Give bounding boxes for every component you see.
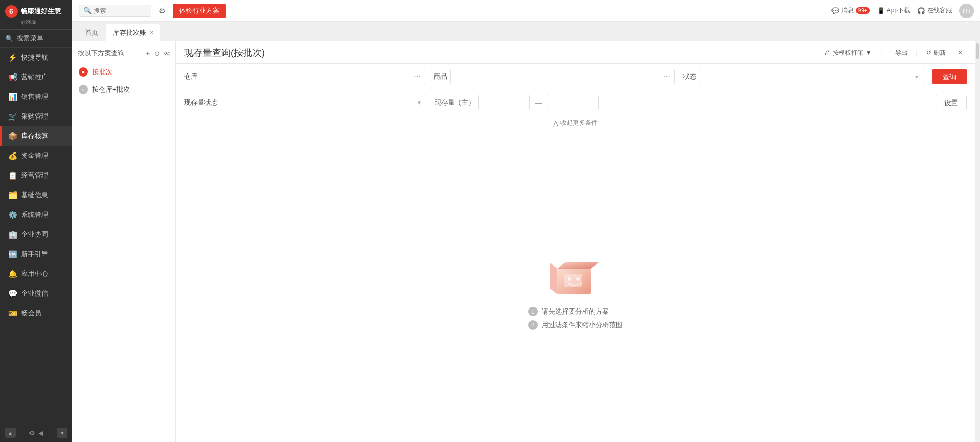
tip-num-1: 1 bbox=[528, 307, 538, 316]
wechat-label: 企业微信 bbox=[21, 289, 48, 298]
finance-label: 资金管理 bbox=[21, 151, 48, 160]
left-panel: 按以下方案查询 ＋ ⊙ ≪ ● 按批次 ○ 按仓库+批次 bbox=[72, 41, 176, 442]
warehouse-input[interactable]: ··· bbox=[201, 69, 425, 84]
sidebar-item-shortcuts[interactable]: ⚡ 快捷导航 bbox=[0, 48, 72, 67]
collapse-label: 收起更多条件 bbox=[560, 119, 598, 127]
empty-icon bbox=[550, 247, 601, 299]
footer-icons: ⚙ ◀ bbox=[29, 429, 43, 437]
sidebar-item-members[interactable]: 🎫 畅会员 bbox=[0, 303, 72, 323]
search-icon: 🔍 bbox=[5, 35, 13, 42]
scroll-up-btn[interactable]: ▲ bbox=[5, 428, 16, 438]
svg-point-5 bbox=[576, 277, 580, 281]
inventory-icon: 📦 bbox=[8, 131, 17, 141]
header-gear-btn[interactable]: ⚙ bbox=[155, 4, 169, 18]
messages-btn[interactable]: 💬 消息 99+ bbox=[831, 6, 870, 15]
members-label: 畅会员 bbox=[21, 308, 41, 318]
basic-icon: 🗂️ bbox=[8, 190, 17, 200]
add-plan-btn[interactable]: ＋ bbox=[144, 49, 151, 58]
operations-icon: 📋 bbox=[8, 171, 17, 180]
sidebar-item-operations[interactable]: 📋 经营管理 bbox=[0, 166, 72, 185]
header-right: 💬 消息 99+ 📱 App下载 🎧 在线客服 Rit bbox=[831, 4, 974, 18]
sidebar-footer: ▲ ⚙ ◀ ▼ bbox=[0, 423, 72, 442]
print-btn[interactable]: 🖨 按模板打印 ▼ bbox=[821, 47, 875, 59]
empty-tips: 1 请先选择要分析的方案 2 用过滤条件来缩小分析范围 bbox=[528, 307, 622, 330]
plan-label-warehouse: 按仓库+批次 bbox=[92, 85, 130, 94]
tip-text-2: 用过滤条件来缩小分析范围 bbox=[542, 320, 622, 330]
export-icon: ↑ bbox=[890, 49, 893, 56]
status-select[interactable]: ▼ bbox=[700, 69, 924, 84]
trial-btn[interactable]: 体验行业方案 bbox=[173, 4, 226, 18]
wechat-icon: 💬 bbox=[8, 289, 17, 298]
user-profile-btn[interactable]: Rit bbox=[959, 4, 974, 18]
right-scrollbar[interactable] bbox=[975, 41, 980, 442]
message-icon: 💬 bbox=[831, 7, 839, 14]
sidebar-item-system[interactable]: ⚙️ 系统管理 bbox=[0, 205, 72, 225]
scroll-down-btn[interactable]: ▼ bbox=[57, 428, 67, 438]
sidebar-item-basic[interactable]: 🗂️ 基础信息 bbox=[0, 185, 72, 205]
plan-item-batch[interactable]: ● 按批次 bbox=[72, 63, 175, 81]
svg-marker-2 bbox=[550, 262, 557, 294]
online-service-btn[interactable]: 🎧 在线客服 bbox=[917, 6, 952, 15]
print-dropdown-icon: ▼ bbox=[866, 49, 872, 56]
sidebar-item-enterprise[interactable]: 🏢 企业协同 bbox=[0, 225, 72, 244]
title-actions: 🖨 按模板打印 ▼ | ↑ 导出 | ↺ 刷新 × bbox=[821, 47, 967, 59]
tab-inventory-batch[interactable]: 库存批次账 × bbox=[106, 24, 160, 41]
page-content: 按以下方案查询 ＋ ⊙ ≪ ● 按批次 ○ 按仓库+批次 bbox=[72, 41, 980, 442]
marketing-icon: 📢 bbox=[8, 72, 17, 82]
scroll-handle[interactable] bbox=[976, 43, 979, 59]
filter-group-warehouse: 仓库 ··· bbox=[184, 69, 425, 84]
tip-text-1: 请先选择要分析的方案 bbox=[542, 307, 609, 316]
product-label: 商品 bbox=[434, 72, 447, 81]
tab-close-btn[interactable]: × bbox=[150, 29, 153, 36]
divider2: | bbox=[916, 49, 918, 57]
collapse-btn[interactable]: ⋀ 收起更多条件 bbox=[184, 115, 967, 128]
export-label: 导出 bbox=[895, 49, 908, 57]
export-btn[interactable]: ↑ 导出 bbox=[887, 47, 911, 59]
sidebar-item-marketing[interactable]: 📢 营销推广 bbox=[0, 67, 72, 87]
finance-icon: 💰 bbox=[8, 151, 17, 160]
qty-min-input[interactable] bbox=[478, 95, 530, 110]
inv-status-select[interactable]: ▼ bbox=[221, 95, 426, 110]
sidebar-item-apps[interactable]: 🔔 应用中心 bbox=[0, 264, 72, 284]
product-input[interactable]: ··· bbox=[450, 69, 675, 84]
inventory-label: 库存核算 bbox=[21, 131, 48, 141]
qty-label: 现存量（主） bbox=[435, 98, 475, 107]
close-right-panel-btn[interactable]: × bbox=[954, 47, 967, 59]
sidebar-item-sales[interactable]: 📊 销售管理 bbox=[0, 87, 72, 107]
print-icon: 🖨 bbox=[824, 49, 830, 56]
settings-footer-icon[interactable]: ⚙ bbox=[29, 429, 35, 437]
qty-max-input[interactable] bbox=[547, 95, 599, 110]
refresh-btn[interactable]: ↺ 刷新 bbox=[923, 47, 949, 59]
brand: 6 畅康通好生意 bbox=[5, 5, 67, 18]
collapse-panel-btn[interactable]: ≪ bbox=[163, 50, 170, 57]
settings-btn[interactable]: 设置 bbox=[936, 95, 967, 110]
query-btn[interactable]: 查询 bbox=[932, 69, 967, 84]
sidebar-item-guide[interactable]: 🆕 新手引导 bbox=[0, 244, 72, 264]
plan-item-warehouse-batch[interactable]: ○ 按仓库+批次 bbox=[72, 81, 175, 98]
header-search-box[interactable]: 🔍 bbox=[79, 5, 151, 17]
filter-group-product: 商品 ··· bbox=[434, 69, 675, 84]
plan-list: ● 按批次 ○ 按仓库+批次 bbox=[72, 61, 175, 100]
header-search-input[interactable] bbox=[94, 7, 145, 14]
edition-label: 标准版 bbox=[5, 19, 67, 26]
inv-status-label: 现存量状态 bbox=[184, 98, 218, 107]
empty-illustration bbox=[550, 247, 601, 299]
tab-home[interactable]: 首页 bbox=[78, 24, 106, 41]
sidebar-item-purchase[interactable]: 🛒 采购管理 bbox=[0, 107, 72, 126]
plan-settings-btn[interactable]: ⊙ bbox=[154, 50, 160, 57]
filter-group-qty: 现存量（主） — bbox=[435, 95, 677, 110]
page-title: 现存量查询(按批次) bbox=[184, 47, 265, 59]
members-icon: 🎫 bbox=[8, 308, 17, 318]
sidebar-item-wechat[interactable]: 💬 企业微信 bbox=[0, 284, 72, 303]
sidebar-item-finance[interactable]: 💰 资金管理 bbox=[0, 146, 72, 166]
shortcuts-icon: ⚡ bbox=[8, 53, 17, 62]
app-download-btn[interactable]: 📱 App下载 bbox=[877, 6, 910, 15]
user-avatar: Rit bbox=[959, 4, 974, 18]
phone-icon: 📱 bbox=[877, 7, 885, 14]
left-panel-icons: ＋ ⊙ ≪ bbox=[144, 49, 170, 58]
marketing-label: 营销推广 bbox=[21, 72, 48, 82]
sidebar-item-inventory[interactable]: 📦 库存核算 bbox=[0, 126, 72, 146]
search-menu-item[interactable]: 🔍 搜索菜单 bbox=[0, 30, 72, 48]
print-label: 按模板打印 bbox=[833, 49, 864, 57]
collapse-icon[interactable]: ◀ bbox=[38, 429, 43, 437]
